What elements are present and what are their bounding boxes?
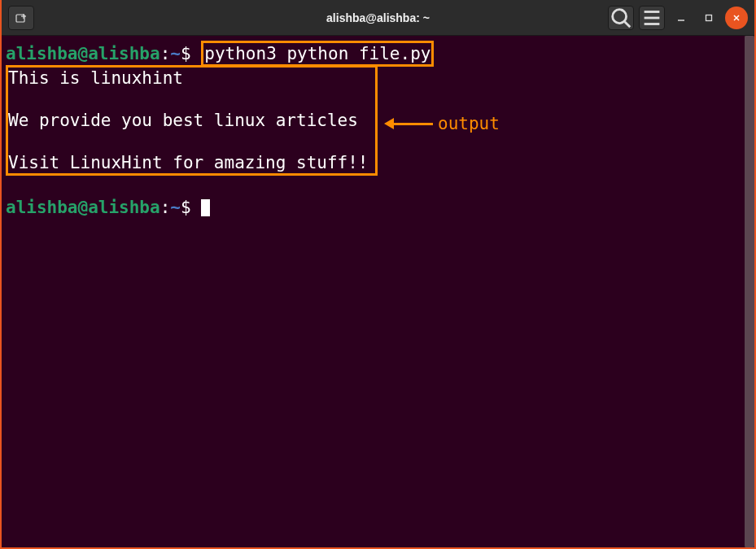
prompt-user-host-2: alishba@alishba: [6, 198, 160, 217]
arrow-head-icon: [384, 118, 394, 129]
svg-line-4: [625, 21, 631, 27]
scrollbar[interactable]: [745, 36, 754, 547]
prompt-symbol: $: [181, 44, 191, 63]
window-title: alishba@alishba: ~: [326, 11, 430, 24]
terminal-window: alishba@alishba: ~: [0, 0, 756, 549]
cursor: [201, 199, 210, 216]
prompt-line: alishba@alishba:~$: [6, 197, 753, 218]
command-text: python3 python file.py: [204, 44, 430, 63]
blank-line: [6, 176, 753, 197]
command-highlight-box: python3 python file.py: [201, 41, 434, 67]
prompt-symbol-2: $: [181, 198, 191, 217]
arrow-line: [392, 123, 433, 125]
prompt-colon-2: :: [160, 198, 171, 217]
minimize-icon: [676, 13, 686, 23]
svg-rect-9: [706, 15, 712, 20]
menu-button[interactable]: [639, 6, 665, 30]
scrollbar-thumb[interactable]: [745, 36, 754, 547]
search-button[interactable]: [608, 6, 634, 30]
new-tab-icon: [15, 11, 28, 24]
annotation-label: output: [438, 113, 500, 134]
output-annotation: output: [392, 113, 500, 134]
output-line-2: [8, 89, 369, 110]
terminal-content: alishba@alishba:~$ python3 python file.p…: [3, 41, 753, 218]
minimize-button[interactable]: [670, 7, 693, 29]
prompt-colon: :: [160, 44, 171, 63]
prompt-path: ~: [170, 44, 181, 63]
terminal-body[interactable]: alishba@alishba:~$ python3 python file.p…: [2, 36, 754, 547]
output-highlight-box: This is linuxhint We provide you best li…: [6, 65, 378, 176]
maximize-icon: [704, 13, 714, 23]
command-line: alishba@alishba:~$ python3 python file.p…: [6, 41, 753, 67]
titlebar-right-group: [608, 6, 748, 30]
prompt-user-host: alishba@alishba: [6, 44, 160, 63]
output-line-4: [8, 131, 369, 152]
close-icon: [732, 13, 741, 23]
close-button[interactable]: [725, 7, 748, 29]
hamburger-icon: [640, 6, 664, 30]
titlebar-left-group: [8, 6, 34, 30]
search-icon: [609, 6, 633, 30]
maximize-button[interactable]: [697, 7, 720, 29]
output-line-1: This is linuxhint: [8, 68, 369, 89]
svg-point-3: [613, 9, 627, 23]
titlebar: alishba@alishba: ~: [2, 0, 754, 36]
new-tab-button[interactable]: [8, 6, 34, 30]
prompt-path-2: ~: [170, 198, 181, 217]
output-line-3: We provide you best linux articles: [8, 110, 369, 131]
output-line-5: Visit LinuxHint for amazing stuff!!: [8, 152, 369, 173]
